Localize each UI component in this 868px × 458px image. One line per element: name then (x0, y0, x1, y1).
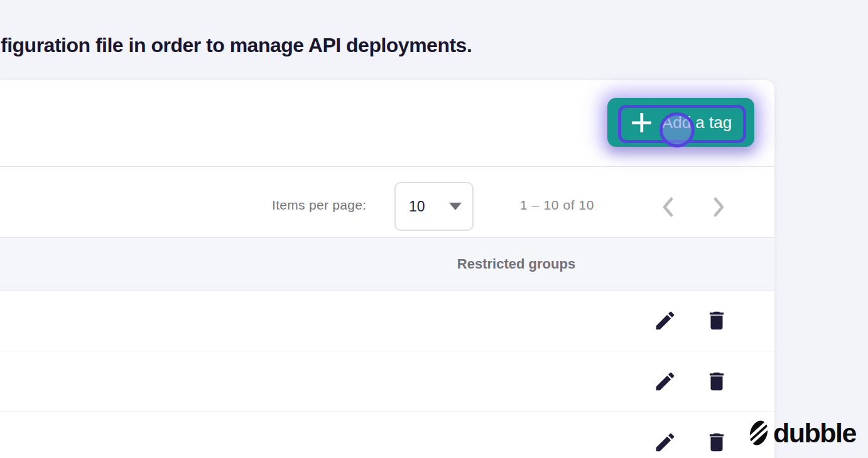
page-size-value: 10 (409, 198, 425, 215)
edit-button[interactable] (653, 370, 677, 393)
page-size-select[interactable]: 10 (394, 182, 474, 231)
content-card: Add a tag Items per page: 10 1 – 10 of 1… (0, 80, 774, 458)
delete-icon (705, 430, 729, 454)
dubble-watermark: dubble (746, 417, 856, 449)
edit-icon (653, 430, 677, 454)
delete-icon (705, 309, 729, 333)
edit-button[interactable] (653, 430, 677, 454)
previous-page-button[interactable] (656, 194, 681, 220)
delete-icon (705, 370, 729, 393)
table-row (0, 351, 774, 412)
dubble-logo-icon (746, 417, 771, 449)
dubble-brand-text: dubble (773, 418, 856, 449)
items-per-page-label: Items per page: (272, 167, 366, 237)
plus-icon (630, 111, 653, 134)
delete-button[interactable] (705, 370, 729, 393)
delete-button[interactable] (705, 430, 729, 454)
page-heading: figuration file in order to manage API d… (1, 34, 472, 57)
column-header-restricted-groups: Restricted groups (457, 256, 575, 272)
add-tag-button-label: Add a tag (662, 113, 732, 132)
add-tag-button[interactable]: Add a tag (607, 98, 754, 147)
chevron-right-icon (706, 194, 731, 220)
range-label: 1 – 10 of 10 (520, 167, 594, 237)
edit-icon (653, 370, 677, 393)
table-row (0, 290, 774, 351)
paginator: Items per page: 10 1 – 10 of 10 (0, 167, 774, 238)
add-tag-button-area: Add a tag (607, 98, 754, 147)
toolbar: Add a tag (0, 80, 774, 167)
chevron-left-icon (656, 194, 681, 220)
chevron-down-icon (449, 203, 462, 210)
delete-button[interactable] (705, 309, 729, 333)
table-row (0, 412, 774, 458)
edit-icon (653, 309, 677, 333)
next-page-button[interactable] (706, 194, 731, 220)
table-header-row: Restricted groups (0, 238, 774, 290)
edit-button[interactable] (653, 309, 677, 333)
